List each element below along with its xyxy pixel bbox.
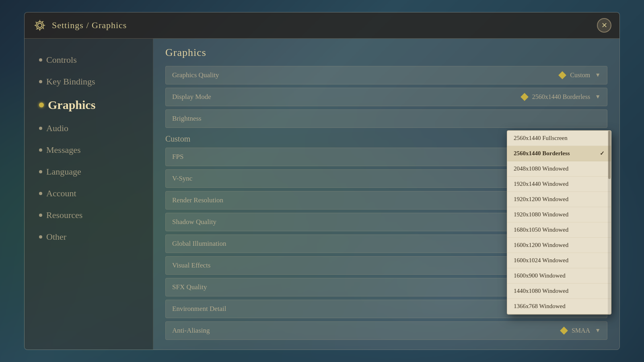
dropdown-option-label-6: 1680x1050 Windowed xyxy=(514,226,568,233)
content-area: Graphics Graphics Quality Custom ▼ Displ… xyxy=(153,39,619,350)
brightness-row[interactable]: Brightness xyxy=(165,109,607,128)
sidebar-item-other[interactable]: Other xyxy=(33,228,145,246)
dropdown-option-8[interactable]: 1600x1024 Windowed xyxy=(507,253,611,268)
sidebar: Controls Key Bindings Graphics Audio Mes… xyxy=(25,39,153,350)
graphics-quality-value: Custom ▼ xyxy=(560,72,601,79)
dropdown-option-9[interactable]: 1600x900 Windowed xyxy=(507,268,611,284)
dropdown-option-label-7: 1600x1200 Windowed xyxy=(514,242,568,249)
dropdown-option-11[interactable]: 1366x768 Windowed xyxy=(507,299,611,314)
display-mode-label: Display Mode xyxy=(172,93,522,101)
section-title: Graphics xyxy=(165,47,607,59)
settings-modal: Settings / Graphics ✕ Controls Key Bindi… xyxy=(24,12,620,350)
dropdown-option-label-2: 2048x1080 Windowed xyxy=(514,165,568,172)
gear-icon xyxy=(33,18,47,33)
sidebar-item-graphics[interactable]: Graphics xyxy=(33,94,145,116)
dropdown-option-label-4: 1920x1200 Windowed xyxy=(514,196,568,203)
display-mode-text: 2560x1440 Borderless xyxy=(532,93,590,101)
brightness-label: Brightness xyxy=(172,115,601,123)
display-mode-row[interactable]: Display Mode 2560x1440 Borderless ▼ xyxy=(165,88,607,106)
close-button[interactable]: ✕ xyxy=(597,18,611,33)
diamond-icon-anti-aliasing xyxy=(560,327,568,335)
anti-aliasing-value: SMAA ▼ xyxy=(561,327,601,334)
sidebar-item-messages[interactable]: Messages xyxy=(33,141,145,159)
header-title: Settings / Graphics xyxy=(52,20,127,31)
display-mode-dropdown: 2560x1440 Fullscreen 2560x1440 Borderles… xyxy=(507,130,611,315)
nav-dot-account xyxy=(39,192,42,195)
sidebar-label-audio: Audio xyxy=(46,123,68,134)
dropdown-option-10[interactable]: 1440x1080 Windowed xyxy=(507,284,611,299)
dropdown-option-7[interactable]: 1600x1200 Windowed xyxy=(507,238,611,253)
anti-aliasing-text: SMAA xyxy=(572,327,590,334)
nav-dot-resources xyxy=(39,214,42,217)
dropdown-option-label-9: 1600x900 Windowed xyxy=(514,272,566,279)
nav-dot-other xyxy=(39,235,42,239)
dropdown-arrow-anti-aliasing: ▼ xyxy=(595,327,601,334)
dropdown-option-label-11: 1366x768 Windowed xyxy=(514,303,566,310)
dropdown-option-3[interactable]: 1920x1440 Windowed xyxy=(507,177,611,192)
nav-dot-audio xyxy=(39,127,42,130)
svg-point-0 xyxy=(38,23,42,28)
graphics-quality-row[interactable]: Graphics Quality Custom ▼ xyxy=(165,66,607,84)
dropdown-arrow-graphics-quality: ▼ xyxy=(595,72,601,78)
dropdown-arrow-display-mode: ▼ xyxy=(595,94,601,100)
anti-aliasing-row[interactable]: Anti-Aliasing SMAA ▼ xyxy=(165,321,607,340)
modal-body: Controls Key Bindings Graphics Audio Mes… xyxy=(25,39,619,350)
sidebar-item-controls[interactable]: Controls xyxy=(33,51,145,69)
dropdown-option-label-8: 1600x1024 Windowed xyxy=(514,257,568,264)
sidebar-label-controls: Controls xyxy=(46,55,77,65)
anti-aliasing-label: Anti-Aliasing xyxy=(172,327,561,335)
diamond-icon-graphics-quality xyxy=(558,71,566,79)
sidebar-label-language: Language xyxy=(46,167,81,177)
dropdown-scrollbar-track xyxy=(608,131,611,314)
sidebar-item-account[interactable]: Account xyxy=(33,184,145,203)
dropdown-option-label-0: 2560x1440 Fullscreen xyxy=(514,135,568,142)
dropdown-option-0[interactable]: 2560x1440 Fullscreen xyxy=(507,131,611,146)
dropdown-option-5[interactable]: 1920x1080 Windowed xyxy=(507,207,611,222)
sidebar-label-key-bindings: Key Bindings xyxy=(46,76,95,87)
nav-dot-graphics xyxy=(39,103,44,107)
dropdown-option-6[interactable]: 1680x1050 Windowed xyxy=(507,222,611,238)
dropdown-option-4[interactable]: 1920x1200 Windowed xyxy=(507,192,611,207)
nav-dot-language xyxy=(39,170,42,173)
dropdown-option-1[interactable]: 2560x1440 Borderless ✓ xyxy=(507,146,611,161)
graphics-quality-text: Custom xyxy=(570,72,590,79)
dropdown-scrollbar-thumb xyxy=(608,131,611,179)
display-mode-value: 2560x1440 Borderless ▼ xyxy=(522,93,601,101)
sidebar-label-resources: Resources xyxy=(46,210,82,220)
sidebar-item-resources[interactable]: Resources xyxy=(33,206,145,224)
diamond-icon-display-mode xyxy=(521,93,529,101)
graphics-quality-label: Graphics Quality xyxy=(172,71,560,79)
dropdown-option-label-5: 1920x1080 Windowed xyxy=(514,211,568,218)
sidebar-item-key-bindings[interactable]: Key Bindings xyxy=(33,72,145,91)
dropdown-option-label-3: 1920x1440 Windowed xyxy=(514,181,568,187)
dropdown-option-2[interactable]: 2048x1080 Windowed xyxy=(507,161,611,177)
modal-header: Settings / Graphics ✕ xyxy=(25,12,619,39)
check-mark-1: ✓ xyxy=(600,150,605,157)
sidebar-label-account: Account xyxy=(46,188,76,199)
nav-dot-messages xyxy=(39,148,42,152)
dropdown-option-label-10: 1440x1080 Windowed xyxy=(514,288,568,294)
sidebar-item-language[interactable]: Language xyxy=(33,162,145,181)
nav-dot-controls xyxy=(39,58,42,62)
dropdown-option-label-1: 2560x1440 Borderless xyxy=(514,150,570,157)
sidebar-label-graphics: Graphics xyxy=(48,98,95,112)
sidebar-label-messages: Messages xyxy=(46,145,81,155)
nav-dot-key-bindings xyxy=(39,80,42,83)
sidebar-item-audio[interactable]: Audio xyxy=(33,119,145,138)
sidebar-label-other: Other xyxy=(46,232,66,242)
